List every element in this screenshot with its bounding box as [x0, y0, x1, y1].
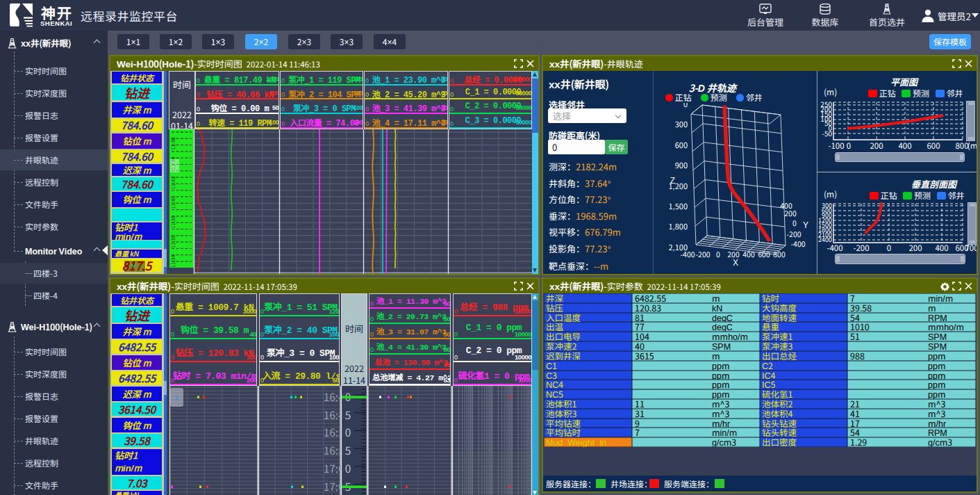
- svg-text:(m): (m): [967, 140, 977, 151]
- svg-text:400: 400: [898, 140, 911, 151]
- svg-text:11:42: 11:42: [169, 177, 176, 190]
- svg-text:300: 300: [675, 118, 688, 129]
- svg-text:5: 5: [345, 407, 351, 422]
- svg-text:900: 900: [675, 159, 688, 170]
- svg-text:400: 400: [935, 242, 948, 252]
- svg-text:-200: -200: [853, 242, 869, 252]
- svg-text:11:40: 11:40: [169, 196, 176, 209]
- svg-text:X: X: [733, 256, 738, 268]
- svg-text:11:34: 11:34: [169, 254, 176, 268]
- svg-text:Y: Y: [803, 218, 808, 230]
- svg-text:200: 200: [908, 242, 922, 252]
- svg-text:800: 800: [773, 249, 786, 259]
- svg-text:-400: -400: [680, 249, 695, 259]
- svg-text:0: 0: [683, 103, 688, 109]
- svg-text:200: 200: [870, 140, 883, 151]
- svg-text:11:38: 11:38: [169, 216, 176, 229]
- svg-text:0: 0: [716, 249, 720, 259]
- svg-text:0: 0: [792, 218, 797, 228]
- svg-text:-400: -400: [790, 238, 805, 249]
- svg-text:800: 800: [955, 140, 968, 151]
- svg-text:Z: Z: [670, 174, 675, 186]
- svg-text:-50: -50: [822, 128, 832, 138]
- svg-text:0: 0: [847, 140, 851, 151]
- svg-text:0: 0: [887, 242, 891, 252]
- svg-text:-100: -100: [828, 140, 844, 151]
- svg-text:1,800: 1,800: [669, 220, 688, 232]
- svg-text:5: 5: [345, 442, 351, 457]
- svg-text:0: 0: [345, 424, 351, 439]
- svg-text:600: 600: [927, 140, 940, 151]
- svg-text:600: 600: [758, 249, 770, 259]
- svg-text:-400: -400: [827, 242, 842, 252]
- svg-text:11:36: 11:36: [169, 235, 176, 248]
- svg-text:400: 400: [742, 249, 755, 259]
- svg-text:200: 200: [784, 208, 797, 218]
- svg-text:600: 600: [675, 139, 688, 150]
- svg-text:11:46: 11:46: [169, 137, 176, 150]
- svg-text:0: 0: [345, 460, 351, 476]
- svg-text:1,500: 1,500: [669, 200, 688, 211]
- svg-text:-200: -200: [786, 229, 801, 239]
- svg-text:-200: -200: [695, 249, 710, 259]
